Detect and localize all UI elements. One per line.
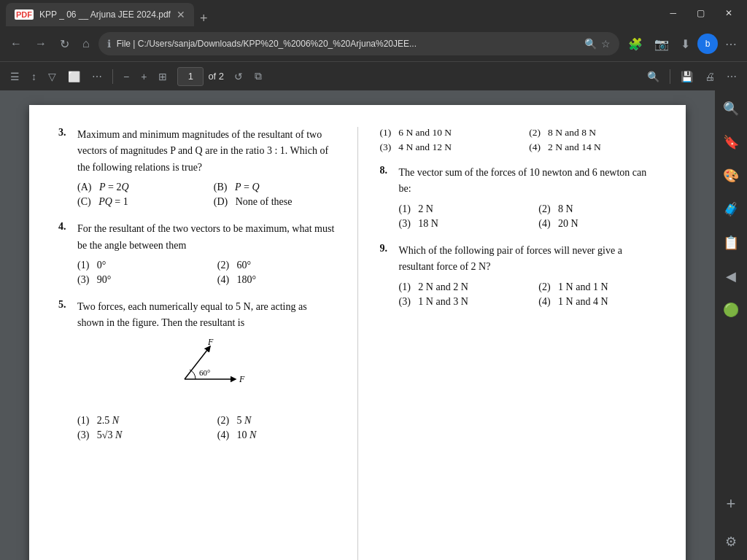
save-button[interactable]: 💾 bbox=[676, 68, 697, 85]
extensions-button[interactable]: 🧩 bbox=[624, 33, 647, 55]
more-tools-button[interactable]: ⋯ bbox=[88, 68, 107, 85]
print-button[interactable]: 🖨 bbox=[700, 68, 719, 85]
sidebar-palette-icon[interactable]: 🎨 bbox=[719, 163, 743, 188]
q3-number: 3. bbox=[58, 127, 71, 208]
svg-text:F: F bbox=[207, 339, 214, 347]
q3-text: Maximum and minimum magnitudes of the re… bbox=[77, 129, 328, 173]
refresh-button[interactable]: ↻ bbox=[55, 33, 74, 55]
cursor-tool-button[interactable]: ↕ bbox=[27, 68, 41, 85]
question-8: 8. The vector sum of the forces of 10 ne… bbox=[380, 165, 657, 230]
close-window-button[interactable]: ✕ bbox=[716, 5, 741, 21]
sidebar-download-icon[interactable]: 🧳 bbox=[719, 197, 743, 222]
q3-option-d: (D) None of these bbox=[214, 196, 336, 208]
q9-option-4: (4) 1 N and 4 N bbox=[538, 296, 657, 308]
main-area: 3. Maximum and minimum magnitudes of the… bbox=[0, 90, 747, 560]
q8-option-1: (1) 2 N bbox=[399, 203, 517, 215]
more-options-button[interactable]: ⋯ bbox=[722, 68, 741, 85]
menu-button[interactable]: ⋯ bbox=[721, 33, 741, 55]
sidebar-bookmark-icon[interactable]: 🔖 bbox=[719, 130, 743, 155]
nav-right-icons: 🧩 📷 ⬇ b ⋯ bbox=[624, 33, 741, 55]
separator-1 bbox=[112, 69, 113, 84]
fit-page-button[interactable]: ⊞ bbox=[154, 68, 171, 85]
right-column: (1) 6 N and 10 N (2) 8 N and 8 N (3) 4 N… bbox=[380, 127, 657, 560]
toolbar-right: 🔍 💾 🖨 ⋯ bbox=[643, 68, 741, 85]
column-divider bbox=[357, 127, 358, 560]
new-tab-button[interactable]: + bbox=[194, 11, 214, 26]
question-5: 5. Two forces, each numerically equal to… bbox=[58, 299, 336, 441]
sidebar-copy-icon[interactable]: 📋 bbox=[719, 230, 743, 255]
search-address-icon[interactable]: 🔍 bbox=[584, 38, 597, 50]
rotate-button[interactable]: ↺ bbox=[230, 68, 247, 85]
q5-number: 5. bbox=[58, 299, 71, 441]
sidebar-toggle-button[interactable]: ☰ bbox=[6, 68, 24, 85]
forward-button[interactable]: → bbox=[31, 33, 51, 55]
question-9: 9. Which of the following pair of forces… bbox=[380, 243, 657, 308]
nav-bar: ← → ↻ ⌂ ℹ File | C:/Users/sanja/Download… bbox=[0, 26, 747, 61]
sidebar-navigation-icon[interactable]: ◀ bbox=[721, 264, 740, 289]
sidebar-settings-icon[interactable]: ⚙ bbox=[721, 529, 741, 554]
sidebar-profile-icon[interactable]: 🟢 bbox=[719, 298, 743, 322]
tab-label: KPP _ 06 __ Arjuna JEE 2024.pdf bbox=[39, 9, 171, 20]
downloads-button[interactable]: ⬇ bbox=[676, 33, 694, 55]
maximize-button[interactable]: ▢ bbox=[688, 5, 713, 21]
home-button[interactable]: ⌂ bbox=[78, 33, 94, 55]
address-icons: 🔍 ☆ bbox=[584, 38, 611, 50]
close-tab-button[interactable]: ✕ bbox=[177, 9, 185, 20]
q9-option-2: (2) 1 N and 1 N bbox=[538, 281, 657, 293]
q5-text: Two forces, each numerically equal to 5 … bbox=[77, 301, 307, 328]
minimize-button[interactable]: ─ bbox=[661, 5, 685, 21]
q8-text: The vector sum of the forces of 10 newto… bbox=[399, 167, 647, 194]
info-icon: ℹ bbox=[107, 38, 111, 50]
tab-area: PDF KPP _ 06 __ Arjuna JEE 2024.pdf ✕ + bbox=[6, 0, 658, 26]
top-opt-2: (2) 8 N and 8 N bbox=[529, 127, 657, 139]
search-button[interactable]: 🔍 bbox=[643, 68, 664, 85]
pdf-page: 3. Maximum and minimum magnitudes of the… bbox=[29, 105, 686, 560]
q8-option-3: (3) 18 N bbox=[399, 218, 517, 230]
window-controls: ─ ▢ ✕ bbox=[661, 5, 741, 21]
pdf-viewer[interactable]: 3. Maximum and minimum magnitudes of the… bbox=[0, 90, 715, 560]
q4-option-2: (2) 60° bbox=[217, 260, 336, 271]
view-options-button[interactable]: ⬜ bbox=[63, 68, 85, 85]
browser-tab[interactable]: PDF KPP _ 06 __ Arjuna JEE 2024.pdf ✕ bbox=[6, 3, 194, 26]
q4-number: 4. bbox=[58, 221, 71, 286]
page-number-input[interactable] bbox=[177, 67, 204, 86]
profile-button[interactable]: b bbox=[697, 34, 718, 54]
zoom-out-button[interactable]: − bbox=[119, 68, 133, 85]
q5-option-1: (1) 2.5 N bbox=[77, 415, 196, 427]
page-total: of 2 bbox=[208, 71, 224, 82]
sidebar-add-button[interactable]: + bbox=[722, 490, 740, 518]
q4-option-4: (4) 180° bbox=[217, 274, 336, 286]
force-diagram: F F 60° bbox=[163, 339, 250, 405]
q4-option-1: (1) 0° bbox=[77, 260, 196, 271]
right-sidebar: 🔍 🔖 🎨 🧳 📋 ◀ 🟢 + ⚙ bbox=[715, 90, 747, 560]
pdf-icon: PDF bbox=[15, 9, 34, 20]
address-bar[interactable]: ℹ File | C:/Users/sanja/Downloads/KPP%20… bbox=[98, 32, 619, 55]
q4-text: For the resultant of the two vectors to … bbox=[77, 223, 334, 250]
q5-figure: F F 60° bbox=[77, 339, 336, 408]
bookmark-icon[interactable]: ☆ bbox=[601, 38, 611, 50]
filter-button[interactable]: ▽ bbox=[44, 68, 61, 85]
address-text: File | C:/Users/sanja/Downloads/KPP%20_%… bbox=[117, 39, 578, 49]
q3-option-b: (B) P = Q bbox=[214, 182, 336, 193]
q3-options: (A) P = 2Q (B) P = Q (C) PQ = 1 (D) None… bbox=[77, 182, 336, 208]
q9-option-1: (1) 2 N and 2 N bbox=[399, 281, 517, 293]
zoom-in-button[interactable]: + bbox=[136, 68, 151, 85]
q4-option-3: (3) 90° bbox=[77, 274, 196, 286]
two-page-button[interactable]: ⧉ bbox=[250, 67, 266, 85]
q5-option-4: (4) 10 N bbox=[217, 429, 336, 441]
pdf-toolbar: ☰ ↕ ▽ ⬜ ⋯ − + ⊞ of 2 ↺ ⧉ 🔍 💾 🖨 ⋯ bbox=[0, 61, 747, 90]
q5-option-3: (3) 5√3 N bbox=[77, 429, 196, 441]
top-opt-4: (4) 2 N and 14 N bbox=[529, 141, 657, 153]
question-4: 4. For the resultant of the two vectors … bbox=[58, 221, 336, 286]
top-opt-3: (3) 4 N and 12 N bbox=[380, 141, 508, 153]
screenshot-button[interactable]: 📷 bbox=[650, 33, 673, 55]
back-button[interactable]: ← bbox=[6, 33, 26, 55]
question-3: 3. Maximum and minimum magnitudes of the… bbox=[58, 127, 336, 208]
sidebar-search-icon[interactable]: 🔍 bbox=[719, 96, 743, 121]
q3-option-c: (C) PQ = 1 bbox=[77, 196, 199, 208]
page-navigation: of 2 bbox=[177, 67, 224, 86]
q9-text: Which of the following pair of forces wi… bbox=[399, 245, 622, 272]
q9-option-3: (3) 1 N and 3 N bbox=[399, 296, 517, 308]
q9-number: 9. bbox=[380, 243, 393, 308]
q5-option-2: (2) 5 N bbox=[217, 415, 336, 427]
